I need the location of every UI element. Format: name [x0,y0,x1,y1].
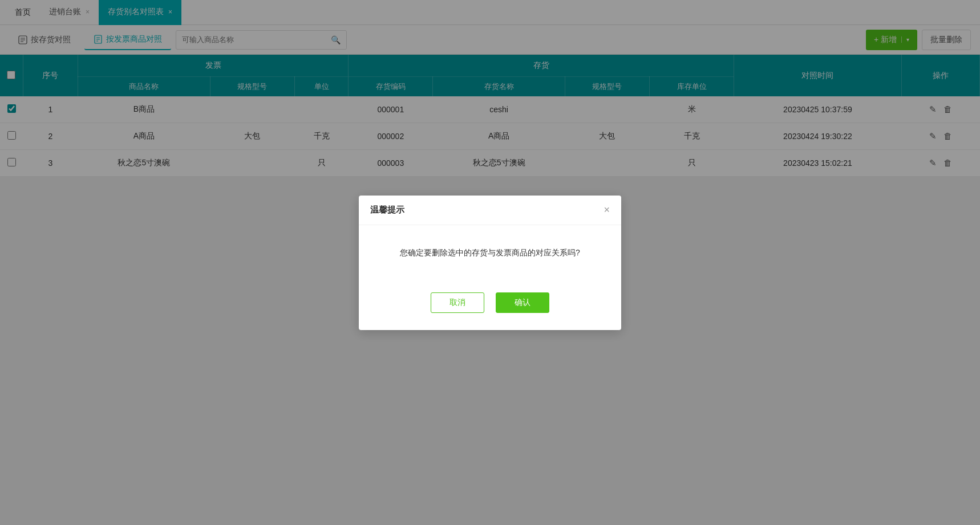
dialog-overlay[interactable]: 温馨提示 × 您确定要删除选中的存货与发票商品的对应关系吗? 取消 确认 [0,0,980,177]
